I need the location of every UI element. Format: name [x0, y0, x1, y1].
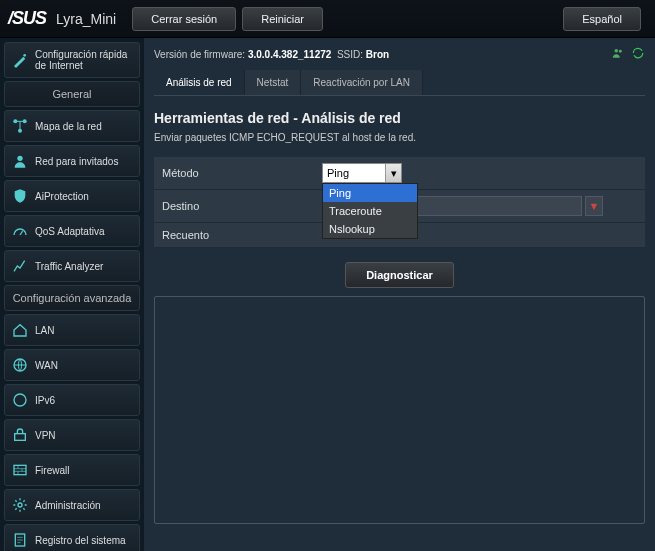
- sidebar-label: WAN: [35, 360, 58, 371]
- gauge-icon: [11, 222, 29, 240]
- ipv6-icon: [11, 391, 29, 409]
- sidebar-item-ipv6[interactable]: IPv6: [4, 384, 140, 416]
- svg-point-0: [23, 54, 26, 57]
- reboot-button[interactable]: Reiniciar: [242, 7, 323, 31]
- page-title: Herramientas de red - Análisis de red: [154, 110, 645, 126]
- sidebar-item-traffic-analyzer[interactable]: Traffic Analyzer: [4, 250, 140, 282]
- vpn-icon: [11, 426, 29, 444]
- sidebar-item-wan[interactable]: WAN: [4, 349, 140, 381]
- method-option-traceroute[interactable]: Traceroute: [323, 202, 417, 220]
- sidebar-item-administration[interactable]: Administración: [4, 489, 140, 521]
- sidebar-item-lan[interactable]: LAN: [4, 314, 140, 346]
- sidebar: Configuración rápida de Internet General…: [0, 38, 144, 551]
- tab-bar: Análisis de red Netstat Reactivación por…: [154, 70, 645, 96]
- chevron-down-icon: ▾: [385, 164, 401, 182]
- sidebar-item-aiprotection[interactable]: AiProtection: [4, 180, 140, 212]
- page-description: Enviar paquetes ICMP ECHO_REQUEST al hos…: [154, 132, 645, 143]
- firewall-icon: [11, 461, 29, 479]
- destination-label: Destino: [162, 200, 322, 212]
- tab-netstat[interactable]: Netstat: [245, 70, 302, 95]
- method-select[interactable]: Ping ▾: [322, 163, 402, 183]
- sidebar-item-vpn[interactable]: VPN: [4, 419, 140, 451]
- svg-point-4: [17, 156, 22, 161]
- shield-icon: [11, 187, 29, 205]
- sidebar-item-firewall[interactable]: Firewall: [4, 454, 140, 486]
- svg-point-6: [14, 394, 26, 406]
- users-icon[interactable]: [611, 46, 625, 62]
- method-label: Método: [162, 167, 322, 179]
- firmware-version: 3.0.0.4.382_11272: [248, 49, 331, 60]
- output-area: [154, 296, 645, 524]
- sidebar-label: Traffic Analyzer: [35, 261, 103, 272]
- refresh-icon[interactable]: [631, 46, 645, 62]
- sidebar-label: LAN: [35, 325, 54, 336]
- method-option-ping[interactable]: Ping: [323, 184, 417, 202]
- sidebar-label: Firewall: [35, 465, 69, 476]
- sidebar-label: Registro del sistema: [35, 535, 126, 546]
- sidebar-label: IPv6: [35, 395, 55, 406]
- chart-icon: [11, 257, 29, 275]
- sidebar-item-guest-network[interactable]: Red para invitados: [4, 145, 140, 177]
- sidebar-label: Configuración rápida de Internet: [35, 49, 133, 71]
- sidebar-label: QoS Adaptativa: [35, 226, 105, 237]
- svg-rect-8: [14, 465, 26, 474]
- guest-icon: [11, 152, 29, 170]
- gear-icon: [11, 496, 29, 514]
- sidebar-label: Administración: [35, 500, 101, 511]
- ssid-value: Bron: [366, 49, 389, 60]
- language-button[interactable]: Español: [563, 7, 641, 31]
- sidebar-item-network-map[interactable]: Mapa de la red: [4, 110, 140, 142]
- diagnose-button[interactable]: Diagnosticar: [345, 262, 454, 288]
- svg-rect-7: [15, 434, 26, 441]
- ssid-label: SSID:: [337, 49, 363, 60]
- sidebar-label: VPN: [35, 430, 56, 441]
- sidebar-item-qos[interactable]: QoS Adaptativa: [4, 215, 140, 247]
- sidebar-section-general: General: [4, 81, 140, 107]
- tab-wol[interactable]: Reactivación por LAN: [301, 70, 423, 95]
- sidebar-item-quick-setup[interactable]: Configuración rápida de Internet: [4, 42, 140, 78]
- home-icon: [11, 321, 29, 339]
- globe-icon: [11, 356, 29, 374]
- brand-logo: /SUS: [8, 8, 46, 29]
- sidebar-item-system-log[interactable]: Registro del sistema: [4, 524, 140, 551]
- sidebar-label: AiProtection: [35, 191, 89, 202]
- sidebar-section-advanced: Configuración avanzada: [4, 285, 140, 311]
- destination-dropdown-arrow[interactable]: ▼: [585, 196, 603, 216]
- count-label: Recuento: [162, 229, 322, 241]
- svg-point-9: [18, 503, 22, 507]
- firmware-label: Versión de firmware:: [154, 49, 245, 60]
- sidebar-label: Red para invitados: [35, 156, 118, 167]
- method-selected-value: Ping: [327, 167, 349, 179]
- content-area: Versión de firmware: 3.0.0.4.382_11272 S…: [144, 38, 655, 551]
- method-option-nslookup[interactable]: Nslookup: [323, 220, 417, 238]
- logout-button[interactable]: Cerrar sesión: [132, 7, 236, 31]
- network-icon: [11, 117, 29, 135]
- svg-point-11: [615, 49, 619, 53]
- method-dropdown: Ping Traceroute Nslookup: [322, 183, 418, 239]
- tab-network-analysis[interactable]: Análisis de red: [154, 70, 245, 95]
- sidebar-label: Mapa de la red: [35, 121, 102, 132]
- wand-icon: [11, 51, 29, 69]
- product-name: Lyra_Mini: [56, 11, 116, 27]
- svg-point-12: [619, 50, 622, 53]
- log-icon: [11, 531, 29, 549]
